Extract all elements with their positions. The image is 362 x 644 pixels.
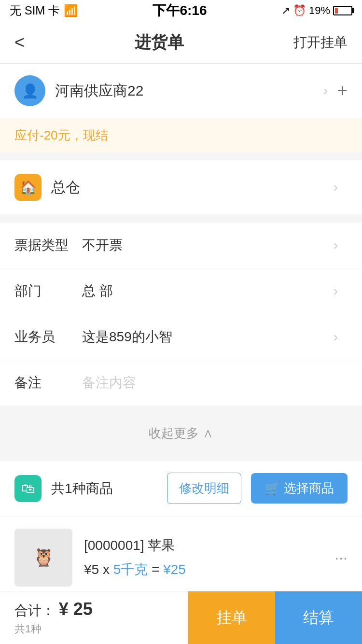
sales-chevron-icon: › [334,329,338,345]
product-section: 🛍 共1种商品 修改明细 🛒 选择商品 🦉 [0000001] 苹果 ¥5 x … [0,461,362,598]
price-separator: x [103,562,113,577]
dept-label: 部门 [14,282,82,300]
sales-row[interactable]: 业务员 这是859的小智 › [0,314,362,360]
status-left: 无 SIM 卡 📶 [10,3,78,18]
remark-input[interactable]: 备注内容 [82,374,348,392]
select-product-icon: 🛒 [265,481,280,496]
invoice-row[interactable]: 票据类型 不开票 › [0,222,362,268]
back-button[interactable]: < [14,32,25,53]
battery-icon [333,6,352,15]
product-code: [0000001] [84,538,144,553]
collapse-button[interactable]: 收起更多 ∧ [0,413,362,453]
carrier-text: 无 SIM 卡 [10,3,60,18]
page-title: 进货单 [135,31,184,54]
product-qty: 5千克 [113,562,148,577]
product-count-text: 共1种商品 [51,479,157,498]
dept-chevron-icon: › [334,283,338,299]
battery-percent: 19% [309,4,330,17]
product-count-icon: 🛍 [14,475,42,502]
product-unit-price: ¥5 [84,562,99,577]
warehouse-chevron-icon: › [334,180,338,195]
status-bar: 无 SIM 卡 📶 下午6:16 ↗ ⏰ 19% [0,0,362,21]
open-pending-button[interactable]: 打开挂单 [293,33,348,52]
product-header: 🛍 共1种商品 修改明细 🛒 选择商品 [0,461,362,516]
warehouse-name: 总仓 [51,178,334,197]
wifi-icon: 📶 [64,4,78,17]
invoice-label: 票据类型 [14,236,82,254]
total-count: 共1种 [14,622,174,636]
sales-value: 这是859的小智 [82,328,334,346]
hang-button[interactable]: 挂单 [188,591,275,644]
product-info: [0000001] 苹果 ¥5 x 5千克 = ¥25 [84,536,334,579]
total-label: 合计： [14,603,55,618]
status-time: 下午6:16 [153,1,207,20]
product-total: ¥25 [163,562,186,577]
warehouse-section: 🏠 总仓 › [0,160,362,214]
bag-icon: 🛍 [21,480,35,496]
avatar-icon: 👤 [22,83,39,99]
dept-value: 总 部 [82,282,334,300]
add-button[interactable]: + [337,81,348,101]
supplier-row[interactable]: 👤 河南供应商22 › + [0,64,362,118]
location-icon: ↗ [281,4,290,17]
product-thumbnail: 🦉 [14,529,72,587]
total-amount: ¥ 25 [59,599,93,619]
remark-row[interactable]: 备注 备注内容 [0,360,362,406]
select-product-button[interactable]: 🛒 选择商品 [251,473,348,504]
invoice-chevron-icon: › [334,238,338,253]
product-title: 苹果 [148,538,175,553]
total-section: 合计： ¥ 25 共1种 [0,599,188,636]
supplier-name: 河南供应商22 [55,81,323,101]
supplier-chevron-icon: › [323,83,328,98]
product-owl-icon: 🦉 [33,547,55,568]
supplier-section: 👤 河南供应商22 › + 应付-20元，现结 [0,64,362,153]
sales-label: 业务员 [14,328,82,346]
edit-detail-button[interactable]: 修改明细 [167,473,241,504]
product-item: 🦉 [0000001] 苹果 ¥5 x 5千克 = ¥25 ··· [0,517,362,598]
supplier-alert: 应付-20元，现结 [0,118,362,153]
status-right: ↗ ⏰ 19% [281,4,352,17]
product-price-row: ¥5 x 5千克 = ¥25 [84,560,334,579]
warehouse-icon: 🏠 [14,174,42,201]
total-row: 合计： ¥ 25 [14,599,174,620]
form-section: 票据类型 不开票 › 部门 总 部 › 业务员 这是859的小智 › 备注 备注… [0,222,362,406]
supplier-avatar: 👤 [14,75,45,106]
warehouse-row[interactable]: 🏠 总仓 › [0,160,362,214]
nav-bar: < 进货单 打开挂单 [0,21,362,64]
remark-label: 备注 [14,374,82,392]
section-divider [0,453,362,461]
product-more-button[interactable]: ··· [334,549,348,567]
alarm-icon: ⏰ [293,4,306,17]
invoice-value: 不开票 [82,236,334,254]
product-name: [0000001] 苹果 [84,536,334,555]
bottom-bar: 合计： ¥ 25 共1种 挂单 结算 [0,591,362,644]
checkout-button[interactable]: 结算 [275,591,362,644]
home-icon: 🏠 [20,180,37,196]
equals-sign: = [152,562,163,577]
dept-row[interactable]: 部门 总 部 › [0,268,362,314]
